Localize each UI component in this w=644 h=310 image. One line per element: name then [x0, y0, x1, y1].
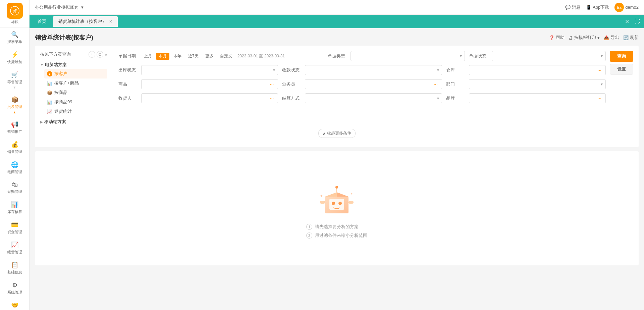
tab-sales-stat[interactable]: 销货单统计表（按客户） ✕ — [53, 16, 118, 27]
collapse-conditions-btn[interactable]: ∧ 收起更多条件 — [318, 129, 356, 138]
settle-select[interactable]: ▾ — [305, 93, 442, 103]
sidebar-item-basic[interactable]: 📋 基础信息 — [0, 258, 29, 278]
collect-status-select[interactable]: ▾ — [305, 65, 442, 75]
scheme-item-return-stats[interactable]: 📈 退货统计 — [44, 107, 107, 116]
page-header: 销货单统计表(按客户) ❓ 帮助 🖨 按模板打印 ▾ 📤 导出 🔄 刷新 — [35, 34, 639, 42]
sidebar-item-sales[interactable]: 💰 销售管理 — [0, 138, 29, 158]
receiver-select[interactable]: ··· — [141, 93, 278, 103]
sidebar-item-label: 资金管理 — [7, 229, 22, 235]
print-btn[interactable]: 🖨 按模板打印 ▾ — [569, 35, 600, 41]
chevron-up-icon: ∧ — [323, 131, 326, 136]
goods-dots[interactable]: ··· — [269, 82, 275, 87]
sidebar-item-finance[interactable]: 💳 资金管理 — [0, 218, 29, 238]
sidebar-item-label: 快捷导航 — [7, 59, 22, 64]
sidebar-item-system[interactable]: ⚙ 系统管理 — [0, 278, 29, 298]
settings-btn[interactable]: 设置 — [610, 64, 633, 74]
scheme-header: 按以下方案查询 + ⊙ « — [40, 51, 107, 58]
app-download-btn[interactable]: 📱 App下载 — [586, 4, 609, 10]
tab-home-label: 首页 — [38, 18, 46, 24]
tab-maximize-btn[interactable]: ⛶ — [633, 17, 641, 26]
goods-select[interactable]: ··· — [141, 79, 278, 89]
scheme-item-label: 按客户 — [54, 71, 67, 77]
user-profile-btn[interactable]: Ea demo2 — [614, 3, 639, 12]
salesperson-select[interactable]: ··· — [305, 79, 442, 89]
scheme-panel: 按以下方案查询 + ⊙ « ▼ 电脑端方案 — [40, 51, 107, 127]
sidebar-item-search[interactable]: 🔍 搜索菜单 — [0, 28, 29, 48]
refresh-btn[interactable]: 🔄 刷新 — [623, 35, 639, 41]
date-label: 单据日期 — [118, 53, 139, 59]
scheme-item-by-goods99[interactable]: 📊 按商品99 — [44, 97, 107, 107]
tab-close-icon[interactable]: ✕ — [109, 19, 112, 24]
filter-row-2: 出库状态 ▾ 收款状态 ▾ — [118, 65, 606, 75]
tab-home[interactable]: 首页 — [32, 16, 52, 27]
topbar-right: 💬 消息 📱 App下载 Ea demo2 — [565, 3, 639, 12]
sidebar-item-enterprise[interactable]: 🤝 企业协同 — [0, 298, 29, 310]
tip-num-2: 2 — [306, 232, 312, 239]
warehouse-dots[interactable]: ··· — [596, 67, 603, 73]
tabbar-right: ✕ ⛶ — [624, 17, 641, 26]
scheme-collapse-btn[interactable]: « — [105, 52, 107, 57]
doc-type-select[interactable]: ▾ — [351, 51, 465, 61]
sidebar-item-inventory[interactable]: 📊 库存核算 — [0, 198, 29, 218]
empty-tip-1: 1 请先选择要分析的方案 — [306, 224, 367, 230]
doc-status-select[interactable]: ▾ — [492, 51, 606, 61]
warehouse-label: 仓库 — [446, 67, 466, 73]
operations-icon: 📈 — [11, 241, 18, 249]
scheme-item-by-customer-goods[interactable]: 📊 按客户+商品 — [44, 79, 107, 88]
sidebar-item-wholesale[interactable]: 📦 批发管理 ▲ — [0, 93, 29, 117]
tip-text-1: 请先选择要分析的方案 — [315, 224, 359, 230]
filter-field-date: 单据日期 上月 本月 本年 近7天 更多 自定义 20 — [118, 53, 324, 60]
filter-inner: 按以下方案查询 + ⊙ « ▼ 电脑端方案 — [40, 51, 633, 127]
receiver-dots[interactable]: ··· — [269, 96, 275, 101]
date-tab-this-month[interactable]: 本月 — [156, 53, 169, 60]
scheme-group-desktop-header[interactable]: ▼ 电脑端方案 — [40, 60, 107, 69]
query-btn[interactable]: 查询 — [610, 51, 633, 62]
sidebar-item-retail[interactable]: 🛒 零售管理 ▼ — [0, 68, 29, 93]
scheme-item-label: 按商品 — [54, 90, 67, 96]
date-filter: 上月 本月 本年 近7天 更多 自定义 2023-03-01 至 2023-03… — [141, 53, 324, 60]
sidebar-item-shortcuts[interactable]: ⚡ 快捷导航 — [0, 48, 29, 68]
export-btn[interactable]: 📤 导出 — [604, 35, 619, 41]
scheme-item-by-goods[interactable]: 📦 按商品 — [44, 88, 107, 97]
dept-select[interactable]: ▾ — [469, 79, 606, 89]
tab-close-btn[interactable]: ✕ — [624, 17, 631, 26]
scheme-group-mobile-header[interactable]: ▶ 移动端方案 — [40, 117, 107, 126]
date-tab-custom[interactable]: 自定义 — [217, 53, 235, 60]
out-status-label: 出库状态 — [118, 67, 139, 73]
scheme-header-actions: + ⊙ « — [89, 51, 107, 58]
out-status-select[interactable]: ▾ — [141, 65, 278, 75]
brand-dots[interactable]: ··· — [596, 96, 603, 101]
date-tab-this-year[interactable]: 本年 — [171, 53, 184, 60]
date-tab-more[interactable]: 更多 — [203, 53, 216, 60]
scheme-item-by-customer[interactable]: ● 按客户 — [44, 69, 107, 79]
search-icon: 🔍 — [11, 31, 18, 38]
filter-field-dept: 部门 ▾ — [446, 79, 606, 89]
content-area: 销货单统计表(按客户) ❓ 帮助 🖨 按模板打印 ▾ 📤 导出 🔄 刷新 — [30, 28, 644, 310]
warehouse-select[interactable]: ··· — [469, 65, 606, 75]
date-tab-7days[interactable]: 近7天 — [185, 53, 201, 60]
brand-select[interactable]: ··· — [469, 93, 606, 103]
tip-text-2: 用过滤条件来缩小分析范围 — [315, 232, 367, 239]
sidebar-item-purchase[interactable]: 🛍 采购管理 — [0, 178, 29, 198]
scheme-group-desktop: ▼ 电脑端方案 ● 按客户 📊 按客户+商品 — [40, 60, 107, 116]
sidebar-item-ecommerce[interactable]: 🌐 电商管理 — [0, 158, 29, 178]
spacer — [35, 147, 639, 151]
topbar-dropdown-icon[interactable]: ▾ — [81, 5, 84, 10]
empty-tips: 1 请先选择要分析的方案 2 用过滤条件来缩小分析范围 — [306, 224, 367, 239]
shortcuts-icon: ⚡ — [11, 51, 18, 58]
sidebar-item-operations[interactable]: 📈 经营管理 — [0, 238, 29, 258]
retail-icon: 🛒 — [11, 71, 18, 79]
salesperson-dots[interactable]: ··· — [432, 82, 439, 87]
date-tab-last-month[interactable]: 上月 — [141, 53, 155, 60]
topbar-left: 办公用品行业模拟账套 ▾ — [35, 4, 84, 10]
sidebar-item-label: 电商管理 — [7, 169, 22, 174]
sidebar-menu: 🔍 搜索菜单 ⚡ 快捷导航 🛒 零售管理 ▼ 📦 批发管理 ▲ 📢 营销推广 💰… — [0, 28, 29, 310]
main-area: 办公用品行业模拟账套 ▾ 💬 消息 📱 App下载 Ea demo2 首页 — [30, 0, 644, 310]
sidebar-item-label: 库存核算 — [7, 209, 22, 214]
sidebar-item-marketing[interactable]: 📢 营销推广 — [0, 117, 29, 138]
page-title: 销货单统计表(按客户) — [35, 34, 93, 42]
scheme-add-btn[interactable]: + — [89, 51, 95, 58]
scheme-settings-btn[interactable]: ⊙ — [97, 51, 103, 58]
help-btn[interactable]: ❓ 帮助 — [549, 35, 565, 41]
message-btn[interactable]: 💬 消息 — [565, 4, 581, 10]
